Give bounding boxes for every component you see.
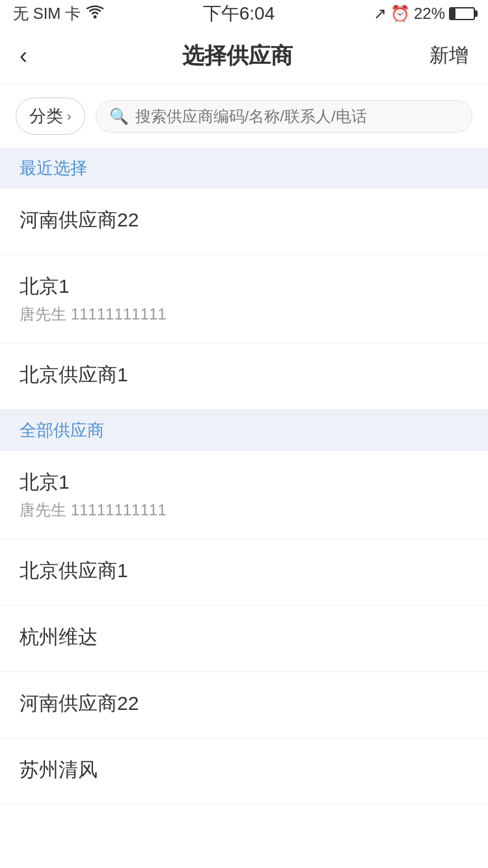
- svg-point-0: [94, 16, 97, 19]
- all-section-title: 全部供应商: [20, 420, 104, 440]
- wifi-icon: [86, 5, 104, 23]
- filter-bar: 分类 › 🔍: [0, 85, 488, 148]
- status-left: 无 SIM 卡: [13, 3, 104, 24]
- battery-icon: [449, 7, 475, 20]
- category-label: 分类: [29, 105, 63, 128]
- recent-section-header: 最近选择: [0, 148, 488, 189]
- recent-section-title: 最近选择: [20, 158, 87, 178]
- status-time: 下午6:04: [203, 1, 275, 26]
- list-item[interactable]: 河南供应商22: [0, 672, 488, 739]
- add-button[interactable]: 新增: [416, 42, 468, 69]
- chevron-right-icon: ›: [67, 109, 72, 124]
- supplier-name: 苏州清风: [20, 757, 468, 783]
- supplier-contact: 唐先生 11111111111: [20, 304, 468, 325]
- supplier-name: 北京供应商1: [20, 558, 468, 584]
- list-item[interactable]: 杭州维达: [0, 606, 488, 672]
- page-title: 选择供应商: [182, 41, 293, 71]
- alarm-icon: ⏰: [390, 5, 410, 23]
- search-input[interactable]: [135, 107, 459, 126]
- supplier-name: 北京1: [20, 273, 468, 300]
- no-sim-text: 无 SIM 卡: [13, 3, 81, 24]
- list-item[interactable]: 北京1 唐先生 11111111111: [0, 255, 488, 344]
- all-items-list: 北京1 唐先生 11111111111 北京供应商1 杭州维达 河南供应商22 …: [0, 451, 488, 805]
- list-item[interactable]: 河南供应商22: [0, 189, 488, 255]
- supplier-name: 北京供应商1: [20, 362, 468, 388]
- supplier-contact: 唐先生 11111111111: [20, 500, 468, 521]
- supplier-name: 北京1: [20, 469, 468, 496]
- status-right: ↗ ⏰ 22%: [373, 5, 475, 23]
- battery-percent: 22%: [414, 5, 445, 23]
- supplier-name: 河南供应商22: [20, 207, 468, 234]
- list-item[interactable]: 北京供应商1: [0, 539, 488, 606]
- status-bar: 无 SIM 卡 下午6:04 ↗ ⏰ 22%: [0, 0, 488, 27]
- search-box[interactable]: 🔍: [96, 100, 472, 133]
- all-section-header: 全部供应商: [0, 410, 488, 451]
- list-item[interactable]: 北京供应商1: [0, 344, 488, 410]
- location-icon: ↗: [373, 5, 386, 23]
- list-item[interactable]: 北京1 唐先生 11111111111: [0, 451, 488, 539]
- search-icon: 🔍: [109, 107, 129, 126]
- nav-bar: ‹ 选择供应商 新增: [0, 27, 488, 85]
- category-filter-button[interactable]: 分类 ›: [16, 98, 85, 135]
- supplier-name: 杭州维达: [20, 624, 468, 651]
- supplier-name: 河南供应商22: [20, 690, 468, 717]
- back-button[interactable]: ‹: [20, 42, 59, 70]
- list-item[interactable]: 苏州清风: [0, 739, 488, 805]
- recent-items-list: 河南供应商22 北京1 唐先生 11111111111 北京供应商1: [0, 189, 488, 410]
